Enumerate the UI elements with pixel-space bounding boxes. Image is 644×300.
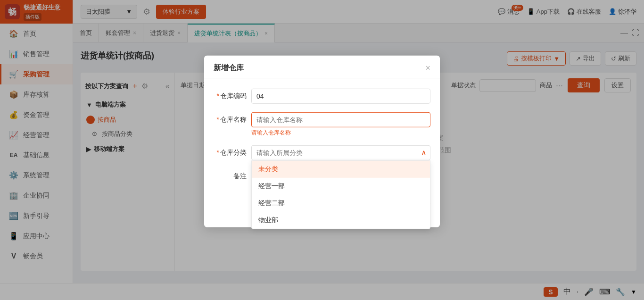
dropdown-item-uncategorized[interactable]: 未分类 (252, 161, 430, 178)
dropdown-item-dept1[interactable]: 经营一部 (252, 178, 430, 195)
code-input[interactable] (251, 89, 430, 104)
category-dropdown: 未分类 经营一部 经营二部 物业部 (251, 160, 430, 229)
new-warehouse-modal: 新增仓库 × *仓库编码 *仓库名称 请输入仓库名称 *仓库分类 (204, 56, 440, 227)
dropdown-item-dept2[interactable]: 经营二部 (252, 195, 430, 212)
name-control: 请输入仓库名称 (251, 112, 430, 137)
category-input[interactable] (251, 145, 430, 160)
modal-title: 新增仓库 (214, 63, 244, 73)
form-row-name: *仓库名称 请输入仓库名称 (214, 112, 430, 137)
code-control (251, 89, 430, 104)
modal-close-button[interactable]: × (425, 63, 430, 73)
modal-body: *仓库编码 *仓库名称 请输入仓库名称 *仓库分类 ∧ (204, 79, 440, 202)
category-label: *仓库分类 (214, 145, 247, 157)
form-row-code: *仓库编码 (214, 89, 430, 104)
dropdown-item-dept3[interactable]: 物业部 (252, 212, 430, 229)
modal-header: 新增仓库 × (204, 56, 440, 79)
code-label: *仓库编码 (214, 89, 247, 100)
form-row-category: *仓库分类 ∧ 未分类 经营一部 经营二部 物业部 (214, 145, 430, 160)
remark-label: 备注 (214, 169, 247, 181)
category-control: ∧ 未分类 经营一部 经营二部 物业部 (251, 145, 430, 160)
name-input[interactable] (251, 112, 430, 127)
category-select-wrap: ∧ (251, 145, 430, 160)
name-label: *仓库名称 (214, 112, 247, 124)
name-error-msg: 请输入仓库名称 (251, 129, 430, 137)
